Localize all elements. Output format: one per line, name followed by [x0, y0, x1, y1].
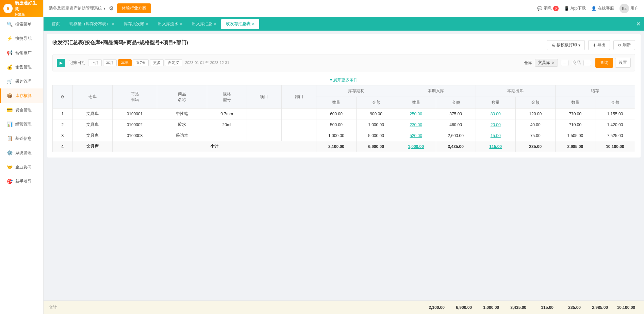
cell-out-qty[interactable]: 80.00	[476, 109, 515, 119]
date-btn-this-month[interactable]: 本月	[103, 59, 117, 66]
app-tag: 标准版	[15, 12, 40, 17]
cell-open-qty: 600.00	[316, 109, 356, 119]
tabs-close-all-icon[interactable]: ✕	[636, 21, 641, 27]
date-btn-custom[interactable]: 自定义	[165, 59, 182, 66]
warehouse-tag-remove[interactable]: ✕	[551, 61, 555, 65]
subtotal-in-qty[interactable]: 1,000.00	[396, 141, 436, 152]
total-out-qty: 115.00	[530, 305, 557, 310]
cell-close-amt: 7,525.00	[595, 130, 635, 141]
sidebar-item-basic[interactable]: 📋 基础信息	[0, 131, 43, 146]
date-btn-7days[interactable]: 近7天	[133, 59, 149, 66]
tab-inout-flow[interactable]: 出入库流水 ✕	[153, 19, 187, 29]
experience-btn[interactable]: 体验行业方案	[117, 3, 151, 13]
user-item[interactable]: Ea 用户	[620, 4, 639, 13]
warehouse-tag[interactable]: 文具库 ✕	[535, 59, 558, 67]
main-content: 收发存汇总表(按仓库+商品编码+商品+规格型号+项目+部门) 🖨 按模板打印 ▾…	[44, 31, 644, 314]
tab-recv-send[interactable]: 收发存汇总表 ✕	[221, 19, 259, 29]
sidebar-item-system[interactable]: ⚙️ 系统管理	[0, 146, 43, 160]
th-settings[interactable]: ⚙	[53, 85, 73, 109]
th-goods-spec: 规格型号	[207, 85, 247, 109]
cell-code: 0100001	[112, 109, 157, 119]
expand-more-btn[interactable]: ▾ 展开更多条件	[52, 75, 635, 85]
sidebar-item-operation[interactable]: 📊 经营管理	[0, 117, 43, 131]
tab-inout-summary[interactable]: 出入库汇总 ✕	[187, 19, 221, 29]
message-badge: 6	[553, 6, 559, 11]
sidebar-label-quick-nav: 快捷导航	[15, 36, 32, 42]
th-opening-amt: 金额	[356, 97, 396, 109]
th-goods-name: 商品名称	[157, 85, 207, 109]
cell-in-qty[interactable]: 520.00	[396, 130, 436, 141]
tab-stock-dist-label: 现存量（库存分布表）	[69, 21, 110, 27]
tab-inout-summary-label: 出入库汇总	[192, 21, 212, 27]
export-icon: ⬇	[593, 43, 596, 48]
goods-more-btn[interactable]: ...	[583, 60, 591, 66]
th-goods-code: 商品编码	[112, 85, 157, 109]
sidebar-label-purchase: 采购管理	[15, 79, 32, 84]
header-left: 装备及固定资产辅助管理系统 ▾ ⚙ 体验行业方案	[49, 3, 151, 13]
cell-open-amt: 5,000.00	[356, 130, 396, 141]
cell-open-amt: 1,000.00	[356, 119, 396, 130]
online-service-label: 在线客服	[598, 5, 614, 11]
date-btn-this-year[interactable]: 本年	[118, 59, 132, 66]
date-btn-last-month[interactable]: 上月	[88, 59, 102, 66]
warehouse-more-btn[interactable]: ...	[561, 60, 568, 66]
cell-warehouse: 文具库	[72, 109, 112, 119]
sidebar-item-guide[interactable]: 🎯 新手引导	[0, 174, 43, 188]
filter-expand-arrow[interactable]: ▶	[57, 59, 65, 67]
cell-spec	[207, 130, 247, 141]
tab-home[interactable]: 首页	[47, 19, 65, 29]
cell-out-qty[interactable]: 15.00	[476, 130, 515, 141]
app-download-item[interactable]: 📱 App下载	[564, 5, 586, 11]
tab-stock-dist[interactable]: 现存量（库存分布表） ✕	[65, 19, 119, 29]
online-service-item[interactable]: 👤 在线客服	[591, 5, 614, 11]
subtotal-close-qty: 2,985.00	[555, 141, 595, 152]
cell-project	[247, 130, 281, 141]
sidebar-item-quick-nav[interactable]: ⚡ 快捷导航	[0, 31, 43, 46]
cell-warehouse: 文具库	[72, 119, 112, 130]
query-btn[interactable]: 查询	[595, 58, 613, 68]
cell-in-qty[interactable]: 230.00	[396, 119, 436, 130]
subtotal-out-qty[interactable]: 115.00	[476, 141, 515, 152]
tab-inout-flow-close[interactable]: ✕	[180, 22, 182, 26]
sidebar-item-search[interactable]: 🔍 搜索菜单	[0, 17, 43, 31]
app-name: 畅捷通好生意	[15, 0, 40, 12]
cell-open-amt: 900.00	[356, 109, 396, 119]
sidebar-label-finance: 资金管理	[15, 107, 32, 113]
setting-btn[interactable]: 设置	[615, 58, 631, 68]
sidebar-item-finance[interactable]: 💳 资金管理	[0, 103, 43, 117]
content-box: 收发存汇总表(按仓库+商品编码+商品+规格型号+项目+部门) 🖨 按模板打印 ▾…	[47, 34, 641, 158]
cell-spec: 20ml	[207, 119, 247, 130]
th-out-amt: 金额	[515, 97, 555, 109]
print-btn[interactable]: 🖨 按模板打印 ▾	[547, 40, 585, 50]
sidebar-item-collab[interactable]: 🤝 企业协同	[0, 160, 43, 174]
refresh-label: 刷新	[623, 42, 631, 48]
settings-gear-icon[interactable]: ⚙	[109, 5, 114, 12]
message-item[interactable]: 💬 消息 6	[537, 5, 559, 11]
marketing-icon: 📢	[6, 50, 13, 56]
sidebar-item-sales[interactable]: 💰 销售管理	[0, 60, 43, 74]
subtotal-label: 小计	[112, 141, 316, 152]
tab-stock-dist-close[interactable]: ✕	[112, 22, 114, 26]
user-label: 用户	[630, 5, 639, 11]
tab-batch[interactable]: 库存批次账 ✕	[119, 19, 153, 29]
total-open-qty: 2,100.00	[421, 305, 448, 310]
tab-batch-close[interactable]: ✕	[146, 22, 148, 26]
export-btn[interactable]: ⬇ 导出	[588, 40, 610, 50]
date-btn-more[interactable]: 更多	[150, 59, 164, 66]
cell-in-qty[interactable]: 250.00	[396, 109, 436, 119]
sidebar-item-purchase[interactable]: 🛒 采购管理	[0, 74, 43, 88]
system-title-dropdown[interactable]: 装备及固定资产辅助管理系统 ▾	[49, 5, 105, 11]
cell-out-qty[interactable]: 20.00	[476, 119, 515, 130]
sidebar-item-marketing[interactable]: 📢 营销推广	[0, 46, 43, 60]
sidebar-item-inventory[interactable]: 📦 库存核算	[0, 88, 43, 103]
cell-out-amt: 75.00	[515, 130, 555, 141]
tab-recv-send-close[interactable]: ✕	[252, 22, 254, 26]
tab-inout-summary-close[interactable]: ✕	[214, 22, 216, 26]
message-icon: 💬	[537, 6, 542, 11]
refresh-btn[interactable]: ↻ 刷新	[613, 40, 635, 50]
print-label: 按模板打印	[557, 42, 577, 48]
table-row: 2 文具库 0100002 胶水 20ml 500.00 1,000.00 23…	[53, 119, 635, 130]
warehouse-label: 仓库	[524, 60, 532, 66]
cell-open-qty: 500.00	[316, 119, 356, 130]
sidebar-label-search: 搜索菜单	[15, 21, 32, 27]
